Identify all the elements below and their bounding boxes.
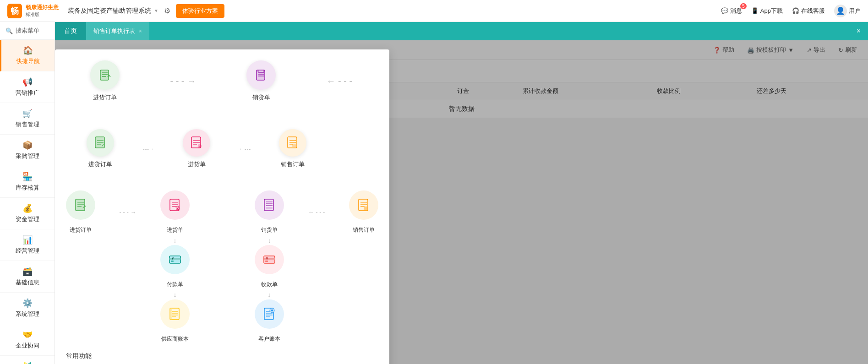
system-dropdown-arrow[interactable]: ▼	[154, 8, 158, 13]
sidebar-item-sales[interactable]: 🛒 销售管理	[0, 103, 55, 135]
finance-icon: 💰	[22, 203, 33, 213]
fnode-sb[interactable]: 销货单	[255, 190, 284, 234]
top-header: 畅 畅康通好生意 标准版 装备及固定资产辅助管理系统 ▼ ⚙ 体验行业方案 💬 …	[0, 0, 868, 22]
so-node-wrap: 销售订单	[279, 129, 306, 168]
operations-icon: 📊	[22, 235, 33, 245]
arrow-1: - - - →	[144, 76, 223, 87]
sidebar-item-finance[interactable]: 💰 资金管理	[0, 198, 55, 229]
content-area: 首页 销售订单执行表 × × ❓ 帮助 🖨️ 按模板打印 ▼	[55, 22, 868, 364]
fnode-so[interactable]: 销售订单	[349, 190, 378, 234]
sidebar-search[interactable]: 🔍 搜索菜单	[0, 22, 55, 40]
svg-rect-34	[266, 207, 273, 209]
sidebar-item-basic-info[interactable]: 🗃️ 基础信息	[0, 261, 55, 293]
h-arrow-1: - - - →	[143, 146, 154, 152]
sidebar-item-operations[interactable]: 📊 经营管理	[0, 229, 55, 261]
fnode-sl[interactable]: 供应商账本	[160, 299, 190, 343]
svg-rect-0	[100, 70, 109, 80]
svg-text:¥: ¥	[172, 257, 174, 260]
pb-node[interactable]: ✓ 进货单	[183, 129, 210, 168]
headset-icon: 🎧	[792, 7, 799, 14]
message-icon: 💬	[721, 7, 728, 14]
fnode-rec[interactable]: ¥ 收款单	[255, 245, 284, 288]
svg-rect-20	[292, 144, 296, 147]
sales-icon: 🛒	[22, 109, 33, 119]
system-icon: ⚙️	[22, 298, 33, 308]
svg-rect-39	[364, 206, 367, 210]
page-content: ❓ 帮助 🖨️ 按模板打印 ▼ ↗ 导出 ↻ 刷新	[55, 40, 868, 364]
sidebar: 🔍 搜索菜单 🏠 快捷导航 📢 营销推广 🛒 销售管理 📦 采购管理 🏪 库存核…	[0, 22, 55, 364]
fnode-po[interactable]: 进货订单	[66, 190, 95, 234]
trial-button[interactable]: 体验行业方案	[176, 4, 224, 18]
quick-nav-icon: 🏠	[23, 45, 33, 55]
enterprise-icon: 🤝	[22, 330, 33, 340]
marketing-icon: 📢	[22, 77, 33, 87]
svg-rect-41	[169, 258, 180, 260]
fnode-pb[interactable]: 进货单	[160, 190, 190, 234]
quick-nav-panel: 进货订单 - - - →	[55, 49, 389, 364]
svg-text:✓: ✓	[199, 145, 201, 148]
svg-rect-11	[263, 70, 265, 72]
svg-rect-10	[257, 70, 259, 72]
sidebar-item-quick-nav[interactable]: 🏠 快捷导航	[0, 40, 55, 71]
user-item[interactable]: 👤 用户	[834, 5, 861, 17]
arrow-down-pb: ↓	[160, 237, 190, 244]
svg-rect-53	[169, 308, 172, 320]
sidebar-item-purchase[interactable]: 📦 采购管理	[0, 135, 55, 166]
common-functions: 常用功能 商品 往来单位 现存量(库存状况表) 现存量(库存分布表) 销售毛利分…	[66, 352, 378, 364]
sidebar-item-inventory[interactable]: 🏪 库存核算	[0, 166, 55, 198]
fnode-cl[interactable]: 客户账本	[255, 299, 284, 343]
main-layout: 🔍 搜索菜单 🏠 快捷导航 📢 营销推广 🛒 销售管理 📦 采购管理 🏪 库存核…	[0, 22, 868, 364]
app-download-item[interactable]: 📱 App下载	[751, 7, 783, 15]
purchase-order-node[interactable]: 进货订单	[90, 60, 120, 102]
sidebar-item-system[interactable]: ⚙️ 系统管理	[0, 293, 55, 324]
sales-bill-circle	[246, 60, 276, 90]
arrow-down-rec: ↓	[255, 291, 284, 299]
system-name: 装备及固定资产辅助管理系统 ▼	[68, 7, 158, 15]
svg-rect-46	[265, 261, 268, 262]
phone-icon: 📱	[751, 7, 759, 14]
tab-bar-close-icon[interactable]: ×	[857, 27, 861, 35]
sidebar-item-marketing[interactable]: 📢 营销推广	[0, 71, 55, 103]
arrow-2: ← - - -	[300, 76, 379, 87]
arrow-so-sb: ← - - -	[284, 209, 349, 216]
message-item[interactable]: 💬 消息 5	[721, 7, 742, 15]
logo-icon: 畅	[7, 4, 22, 18]
svg-rect-45	[264, 258, 275, 260]
common-functions-title: 常用功能	[66, 352, 378, 360]
sidebar-item-enterprise[interactable]: 🤝 企业协同	[0, 324, 55, 356]
settings-icon[interactable]: ⚙	[164, 6, 170, 15]
sales-bill-node[interactable]: 销货单	[246, 60, 276, 102]
online-service-item[interactable]: 🎧 在线客服	[792, 7, 825, 15]
tab-close-icon[interactable]: ×	[139, 28, 142, 34]
message-badge: 5	[740, 3, 747, 9]
po-node[interactable]: 进货订单	[87, 129, 114, 168]
logo-area: 畅 畅康通好生意 标准版	[7, 4, 62, 18]
arrow-down-pay: ↓	[160, 291, 190, 299]
svg-text:¥: ¥	[266, 257, 268, 260]
sidebar-item-newbie[interactable]: 🔰 新手引导	[0, 356, 55, 364]
tab-home[interactable]: 首页	[55, 22, 86, 40]
svg-rect-42	[171, 261, 174, 262]
arrow-down-sb: ↓	[255, 237, 284, 244]
tab-bar: 首页 销售订单执行表 × ×	[55, 22, 868, 40]
svg-point-29	[176, 206, 180, 210]
arrow-po-pb: - - - →	[95, 209, 160, 216]
svg-point-60	[271, 310, 273, 311]
so-node[interactable]: 销售订单	[279, 129, 306, 168]
h-arrow-2: ← - - -	[239, 146, 250, 152]
tab-sales-order[interactable]: 销售订单执行表 ×	[86, 22, 149, 40]
purchase-icon: 📦	[22, 140, 33, 150]
header-right: 💬 消息 5 📱 App下载 🎧 在线客服 👤 用户	[721, 5, 861, 17]
inventory-icon: 🏪	[22, 172, 33, 182]
avatar: 👤	[834, 5, 847, 17]
search-icon: 🔍	[5, 27, 13, 34]
fnode-pay[interactable]: ¥ 付款单	[160, 245, 190, 288]
overlay[interactable]: 进货订单 - - - →	[55, 40, 868, 364]
purchase-order-circle	[90, 60, 120, 90]
logo-text: 畅康通好生意 标准版	[26, 4, 59, 17]
basic-info-icon: 🗃️	[22, 266, 33, 277]
newbie-icon: 🔰	[22, 361, 33, 364]
